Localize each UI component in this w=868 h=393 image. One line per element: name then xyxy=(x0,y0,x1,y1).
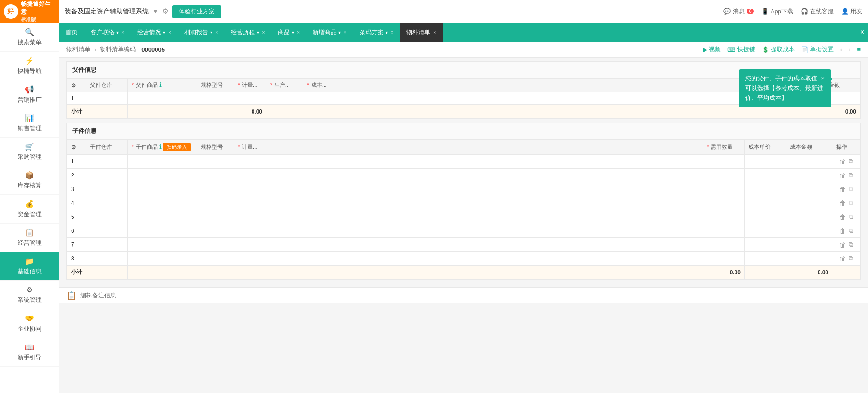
child-product-cell-7[interactable] xyxy=(128,238,197,252)
child-spec-cell-2[interactable] xyxy=(197,169,234,182)
tab-operations[interactable]: 经营情况 ▾ × xyxy=(131,23,177,42)
tab-bom[interactable]: 物料清单 × xyxy=(400,23,442,42)
child-unit-cell-2[interactable] xyxy=(234,169,266,182)
child-costamt-cell-1[interactable] xyxy=(786,155,832,169)
sidebar-item-purchase[interactable]: 🛒 采购管理 xyxy=(0,138,59,166)
tab-customers[interactable]: 客户联络 ▾ × xyxy=(84,23,131,42)
child-warehouse-cell-8[interactable] xyxy=(86,252,128,266)
tab-close-bom[interactable]: × xyxy=(433,30,436,35)
sidebar-item-quicknav[interactable]: ⚡ 快捷导航 xyxy=(0,52,59,80)
tab-close-barcode[interactable]: × xyxy=(391,30,393,35)
child-unitcost-cell-8[interactable] xyxy=(745,252,786,266)
child-unitcost-cell-3[interactable] xyxy=(745,182,786,196)
child-spec-cell-7[interactable] xyxy=(197,238,234,252)
child-costamt-cell-6[interactable] xyxy=(786,224,832,238)
copy-icon-4[interactable]: ⧉ xyxy=(849,199,853,207)
tab-barcode[interactable]: 条码方案 ▾ × xyxy=(353,23,400,42)
child-qty-cell-8[interactable] xyxy=(703,252,745,266)
copy-icon-5[interactable]: ⧉ xyxy=(849,213,853,221)
copy-icon-3[interactable]: ⧉ xyxy=(849,185,853,193)
delete-icon-6[interactable]: 🗑 xyxy=(839,227,846,235)
child-warehouse-cell-5[interactable] xyxy=(86,210,128,224)
child-qty-cell-2[interactable] xyxy=(703,169,745,182)
child-unit-cell-3[interactable] xyxy=(234,182,266,196)
parent-spec-cell[interactable] xyxy=(197,92,234,105)
child-costamt-cell-2[interactable] xyxy=(786,169,832,182)
child-unit-cell-6[interactable] xyxy=(234,224,266,238)
child-qty-cell-1[interactable] xyxy=(703,155,745,169)
child-unit-cell-1[interactable] xyxy=(234,155,266,169)
shortcut-button[interactable]: ⌨ 快捷键 xyxy=(727,45,755,54)
child-warehouse-cell-4[interactable] xyxy=(86,196,128,210)
child-qty-cell-7[interactable] xyxy=(703,238,745,252)
child-warehouse-cell-7[interactable] xyxy=(86,238,128,252)
child-col-gear[interactable]: ⚙ xyxy=(67,140,86,155)
delete-icon-2[interactable]: 🗑 xyxy=(839,172,846,179)
parent-cost-cell[interactable] xyxy=(303,92,340,105)
child-product-cell-2[interactable] xyxy=(128,169,197,182)
child-unit-cell-5[interactable] xyxy=(234,210,266,224)
delete-icon-1[interactable]: 🗑 xyxy=(839,158,846,165)
child-qty-cell-5[interactable] xyxy=(703,210,745,224)
parent-prod-cell[interactable] xyxy=(266,92,303,105)
child-unitcost-cell-6[interactable] xyxy=(745,224,786,238)
view-video-button[interactable]: ▶ 视频 xyxy=(703,45,721,54)
child-warehouse-cell-2[interactable] xyxy=(86,169,128,182)
child-spec-cell-3[interactable] xyxy=(197,182,234,196)
sidebar-item-operations[interactable]: 📋 经营管理 xyxy=(0,224,59,252)
settings-button[interactable]: 📄 单据设置 xyxy=(801,45,834,54)
delete-icon-4[interactable]: 🗑 xyxy=(839,200,846,207)
sidebar-item-marketing[interactable]: 📢 营销推广 xyxy=(0,80,59,109)
child-spec-cell-6[interactable] xyxy=(197,224,234,238)
delete-icon-3[interactable]: 🗑 xyxy=(839,186,846,193)
child-product-cell-6[interactable] xyxy=(128,224,197,238)
online-service-button[interactable]: 🎧 在线客服 xyxy=(801,7,834,16)
tab-close-new-products[interactable]: × xyxy=(344,30,346,35)
sidebar-item-search[interactable]: 🔍 搜索菜单 xyxy=(0,23,59,52)
delete-icon-7[interactable]: 🗑 xyxy=(839,241,846,248)
child-qty-cell-6[interactable] xyxy=(703,224,745,238)
child-unitcost-cell-5[interactable] xyxy=(745,210,786,224)
user-menu[interactable]: 👤 用友 xyxy=(841,7,862,16)
copy-icon-6[interactable]: ⧉ xyxy=(849,227,853,235)
copy-icon-7[interactable]: ⧉ xyxy=(849,241,853,248)
delete-icon-5[interactable]: 🗑 xyxy=(839,213,846,221)
tab-history[interactable]: 经营历程 ▾ × xyxy=(224,23,271,42)
tab-close-customers[interactable]: × xyxy=(121,30,124,35)
message-button[interactable]: 💬 消息 6 xyxy=(723,7,754,16)
parent-unit-cell[interactable] xyxy=(234,92,266,105)
tab-close-operations[interactable]: × xyxy=(168,30,171,35)
child-spec-cell-4[interactable] xyxy=(197,196,234,210)
tab-products[interactable]: 商品 ▾ × xyxy=(271,23,306,42)
prev-record-button[interactable]: ‹ xyxy=(840,46,842,53)
app-download-button[interactable]: 📱 App下载 xyxy=(761,7,793,16)
copy-icon-2[interactable]: ⧉ xyxy=(849,171,853,179)
child-product-cell-3[interactable] xyxy=(128,182,197,196)
settings-icon[interactable]: ⚙ xyxy=(162,7,169,16)
child-spec-cell-8[interactable] xyxy=(197,252,234,266)
child-spec-cell-5[interactable] xyxy=(197,210,234,224)
extract-cost-button[interactable]: 💲 提取成本 xyxy=(762,45,795,54)
child-warehouse-cell-1[interactable] xyxy=(86,155,128,169)
child-product-cell-1[interactable] xyxy=(128,155,197,169)
sidebar-item-basic-info[interactable]: 📁 基础信息 xyxy=(0,252,59,281)
tab-close-products[interactable]: × xyxy=(297,30,300,35)
child-product-cell-8[interactable] xyxy=(128,252,197,266)
child-costamt-cell-7[interactable] xyxy=(786,238,832,252)
tab-new-products[interactable]: 新增商品 ▾ × xyxy=(306,23,353,42)
child-spec-cell-1[interactable] xyxy=(197,155,234,169)
child-warehouse-cell-3[interactable] xyxy=(86,182,128,196)
child-unit-cell-4[interactable] xyxy=(234,196,266,210)
scan-input-button[interactable]: 扫码录入 xyxy=(163,143,191,151)
child-costamt-cell-8[interactable] xyxy=(786,252,832,266)
parent-warehouse-cell[interactable] xyxy=(86,92,128,105)
tab-home[interactable]: 首页 xyxy=(59,23,84,42)
child-product-cell-5[interactable] xyxy=(128,210,197,224)
child-unitcost-cell-2[interactable] xyxy=(745,169,786,182)
child-qty-cell-4[interactable] xyxy=(703,196,745,210)
child-unitcost-cell-1[interactable] xyxy=(745,155,786,169)
child-costamt-cell-3[interactable] xyxy=(786,182,832,196)
child-product-cell-4[interactable] xyxy=(128,196,197,210)
tab-profit[interactable]: 利润报告 ▾ × xyxy=(178,23,224,42)
sidebar-item-sales[interactable]: 📊 销售管理 xyxy=(0,109,59,138)
